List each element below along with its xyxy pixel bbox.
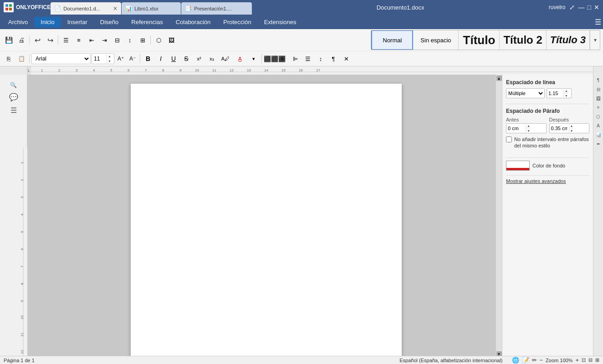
close-btn[interactable]: ✕ bbox=[594, 4, 599, 11]
decrease-indent-btn[interactable]: ⇤ bbox=[86, 34, 97, 46]
table-btn[interactable]: ⊞ bbox=[137, 34, 148, 46]
line-spacing-value[interactable] bbox=[547, 91, 563, 96]
menu-referencias[interactable]: Referencias bbox=[125, 17, 169, 27]
fit-width-icon[interactable]: ⊟ bbox=[588, 357, 593, 363]
subscript-btn[interactable]: x₂ bbox=[206, 53, 218, 65]
font-size-up[interactable]: ▲ bbox=[107, 54, 112, 59]
signature-settings-icon[interactable]: ✒ bbox=[595, 140, 602, 147]
shape-settings-icon[interactable]: ⬡ bbox=[595, 113, 602, 120]
table-settings-icon[interactable]: ⊟ bbox=[595, 86, 602, 93]
svg-text:12: 12 bbox=[20, 350, 24, 354]
text-settings-icon[interactable]: A bbox=[595, 122, 602, 129]
style-normal[interactable]: Normal bbox=[371, 30, 413, 50]
bold-btn[interactable]: B bbox=[142, 53, 154, 65]
unordered-list-btn[interactable]: ☰ bbox=[60, 34, 72, 46]
font-color-btn[interactable]: A bbox=[233, 53, 247, 65]
more-color-btn[interactable]: ▾ bbox=[248, 53, 260, 65]
tab-documento-close[interactable]: ✕ bbox=[113, 5, 118, 12]
before-up[interactable]: ▲ bbox=[526, 123, 531, 128]
expand-icon[interactable]: ⤢ bbox=[569, 4, 575, 11]
zoom-out-icon[interactable]: − bbox=[540, 357, 543, 364]
color-swatch[interactable] bbox=[506, 161, 530, 171]
fit-page-icon[interactable]: ⊡ bbox=[582, 357, 586, 363]
clear-format-btn[interactable]: ✕ bbox=[340, 53, 352, 65]
tab-libro[interactable]: 📊 Libro1.xlsx bbox=[122, 2, 181, 15]
ordered-list-btn[interactable]: ≡ bbox=[73, 34, 85, 46]
align-center-btn[interactable]: ≡ bbox=[276, 53, 288, 65]
sidebar-zoom-icon[interactable]: 🔍 bbox=[10, 82, 17, 88]
advanced-link[interactable]: Mostrar ajustes avanzados bbox=[506, 178, 589, 184]
superscript-btn[interactable]: x² bbox=[193, 53, 205, 65]
styles-dropdown[interactable]: ▾ bbox=[590, 30, 600, 50]
line-spacing-type[interactable]: Múltiple bbox=[506, 88, 545, 98]
show-marks-btn[interactable]: ¶ bbox=[327, 53, 339, 65]
align-right-btn[interactable]: ⊫ bbox=[289, 53, 301, 65]
before-down[interactable]: ▼ bbox=[526, 128, 531, 133]
sidebar-comment-icon[interactable]: 💬 bbox=[9, 93, 18, 101]
highlight-btn[interactable]: A🖊 bbox=[219, 53, 232, 65]
align-justify-btn[interactable]: ☰ bbox=[302, 53, 314, 65]
decrease-font-btn[interactable]: A⁻ bbox=[127, 53, 138, 64]
redo-btn[interactable]: ↪ bbox=[44, 34, 56, 46]
document-canvas[interactable] bbox=[27, 75, 496, 358]
increase-indent-btn[interactable]: ⇥ bbox=[98, 34, 110, 46]
print-btn[interactable]: 🖨 bbox=[15, 34, 27, 46]
zoom-in-icon[interactable]: + bbox=[575, 357, 579, 364]
font-size-input[interactable] bbox=[92, 56, 107, 62]
sidebar-nav-icon[interactable]: ☰ bbox=[10, 106, 17, 115]
align-btn[interactable]: ⊟ bbox=[111, 34, 123, 46]
chart-settings-icon[interactable]: 📊 bbox=[595, 131, 602, 138]
globe-icon[interactable]: 🌐 bbox=[512, 357, 519, 364]
spell-check-icon[interactable]: 📝 bbox=[522, 357, 529, 364]
menu-inicio[interactable]: Inicio bbox=[34, 17, 61, 27]
line-spacing-up[interactable]: ▲ bbox=[564, 88, 569, 93]
font-size-down[interactable]: ▼ bbox=[107, 59, 112, 64]
customize-icon[interactable]: ☰ bbox=[595, 18, 601, 26]
increase-font-btn[interactable]: A⁺ bbox=[115, 53, 126, 64]
minimize-btn[interactable]: — bbox=[578, 4, 585, 11]
header-settings-icon[interactable]: ≡ bbox=[595, 104, 602, 111]
vertical-scrollbar[interactable]: ▲ ▼ bbox=[496, 75, 502, 358]
tab-documento[interactable]: 📄 Documento1.d... ✕ bbox=[51, 2, 121, 15]
copy-format-btn[interactable]: ⎘ bbox=[3, 53, 15, 65]
spacing-before-input[interactable] bbox=[506, 126, 526, 131]
italic-btn[interactable]: I bbox=[155, 53, 167, 65]
after-up[interactable]: ▲ bbox=[569, 123, 574, 128]
svg-rect-0 bbox=[5, 4, 8, 7]
tab-documento-label: Documento1.d... bbox=[63, 6, 100, 11]
style-sin-espacio[interactable]: Sin espacio bbox=[413, 30, 459, 50]
para-settings-icon[interactable]: ¶ bbox=[595, 76, 602, 84]
style-titulo2[interactable]: Título 2 bbox=[500, 30, 546, 50]
underline-btn[interactable]: U bbox=[168, 53, 179, 65]
strikethrough-btn[interactable]: S bbox=[180, 53, 192, 65]
sep1 bbox=[29, 35, 30, 45]
image-settings-icon[interactable]: 🖼 bbox=[595, 95, 602, 102]
paste-btn[interactable]: 📋 bbox=[15, 53, 27, 65]
spacing-after-input[interactable] bbox=[550, 126, 569, 131]
style-titulo3[interactable]: Título 3 bbox=[547, 30, 590, 50]
tab-presentacion[interactable]: 📑 Presentación1.... bbox=[181, 2, 252, 15]
line-spacing-down[interactable]: ▼ bbox=[564, 93, 569, 98]
view-mode-icon[interactable]: ⊞ bbox=[595, 357, 599, 363]
menu-archivo[interactable]: Archivo bbox=[2, 17, 34, 27]
save-btn[interactable]: 💾 bbox=[3, 34, 15, 46]
menu-colaboracion[interactable]: Colaboración bbox=[169, 17, 217, 27]
menu-extensiones[interactable]: Extensiones bbox=[258, 17, 303, 27]
undo-btn[interactable]: ↩ bbox=[31, 34, 43, 46]
font-family-select[interactable]: Arial bbox=[31, 53, 91, 64]
menu-diseno[interactable]: Diseño bbox=[94, 17, 125, 27]
shape-btn[interactable]: ⬡ bbox=[153, 34, 164, 46]
maximize-btn[interactable]: □ bbox=[588, 4, 591, 11]
svg-text:12: 12 bbox=[230, 68, 234, 72]
document-page bbox=[131, 84, 402, 358]
no-interval-checkbox[interactable] bbox=[506, 136, 512, 142]
align-left-btn[interactable]: ⬛⬛⬛ bbox=[264, 53, 276, 65]
picture-btn[interactable]: 🖼 bbox=[165, 34, 177, 46]
style-titulo1[interactable]: Título bbox=[459, 30, 500, 50]
menu-proteccion[interactable]: Protección bbox=[217, 17, 257, 27]
after-down[interactable]: ▼ bbox=[569, 128, 574, 133]
track-changes-icon[interactable]: ✏ bbox=[532, 357, 537, 364]
menu-insertar[interactable]: Insertar bbox=[61, 17, 94, 27]
line-space-btn[interactable]: ↕ bbox=[124, 34, 136, 46]
line-height-btn[interactable]: ↕ bbox=[315, 53, 327, 65]
